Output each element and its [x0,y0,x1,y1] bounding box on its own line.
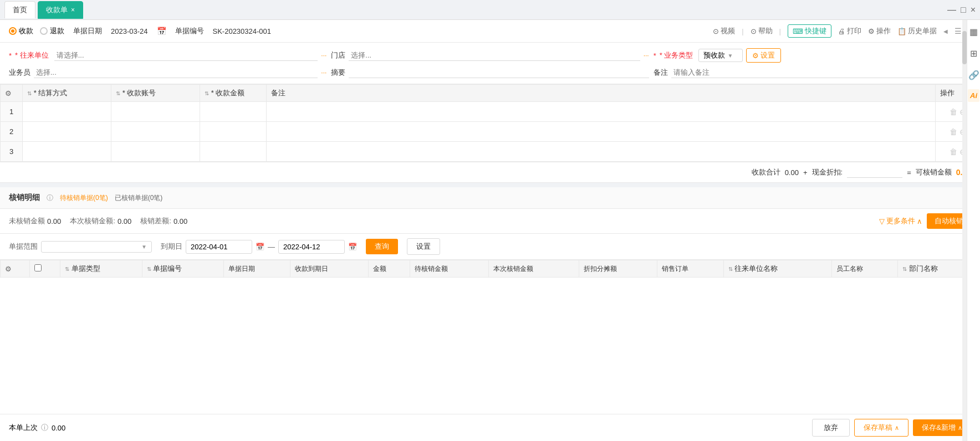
account-sort-icon[interactable]: ⇅ [116,90,120,96]
bottom-header-discount: 折扣分摊额 [579,260,657,278]
row-3-delete-icon[interactable]: 🗑 [950,147,957,156]
save-draft-button[interactable]: 保存草稿 ∧ [854,419,908,437]
select-all-checkbox[interactable] [34,264,42,271]
number-label: 单据编号 [175,26,204,36]
table-gear-icon[interactable]: ⚙ [5,89,12,98]
radio-receive-circle [9,27,17,35]
radio-receive[interactable]: 收款 [9,26,33,36]
radio-refund-label: 退款 [50,26,64,36]
settings-button[interactable]: ⚙ 设置 [746,48,781,63]
row-1-amount[interactable] [200,102,267,122]
panel-grid-icon[interactable]: ⊞ [968,46,979,61]
type-sort-icon[interactable]: ⇅ [65,266,69,272]
verify-tab-done[interactable]: 已核销单据(0笔) [115,193,163,203]
counterpart-sort-icon[interactable]: ⇅ [728,266,733,272]
row-2-delete-icon[interactable]: 🗑 [950,127,957,136]
bottom-header-type: ⇅ 单据类型 [60,260,142,278]
verify-tab-pending[interactable]: 待核销单据(0笔) [60,193,108,203]
last-order-value: 0.00 [52,424,65,432]
video-link[interactable]: ⊙ 视频 [713,26,735,36]
remark-input[interactable] [671,67,971,78]
date-to-input[interactable] [278,240,345,254]
minimize-icon[interactable]: — [947,5,956,15]
settle-sort-icon[interactable]: ⇅ [27,90,32,96]
maximize-icon[interactable]: □ [961,5,966,15]
store-more-icon[interactable]: ··· [644,52,649,59]
store-input[interactable] [349,50,640,61]
row-1-delete-icon[interactable]: 🗑 [950,107,957,116]
row-2-settle[interactable] [23,122,111,142]
row-1-settle[interactable] [23,102,111,122]
biz-type-required: * [654,52,656,60]
table-header-amount: ⇅ * 收款金额 [200,85,267,102]
row-3-account[interactable] [111,142,200,162]
counterpart-input[interactable] [54,50,318,61]
row-2-remark[interactable] [267,122,936,142]
staff-field: 业务员 ··· [9,67,326,78]
date-to-calendar-icon[interactable]: 📅 [348,243,357,251]
help-link[interactable]: ⊙ 帮助 [751,26,773,36]
query-button[interactable]: 查询 [366,239,398,254]
row-3-remark[interactable] [267,142,936,162]
number-sort-icon[interactable]: ⇅ [147,266,151,272]
biz-type-dropdown[interactable]: 预收款 ▼ [698,49,743,62]
verify-title: 核销明细 [9,193,40,203]
panel-ai-icon[interactable]: Ai [968,89,979,102]
print-link[interactable]: 🖨 打印 [838,26,861,36]
last-order-info-icon[interactable]: ⓘ [41,423,48,433]
window-close-icon[interactable]: × [971,5,976,15]
panel-table-icon[interactable]: ▦ [967,24,980,39]
operation-link[interactable]: ⚙ 操作 [868,26,891,36]
left-chevron-icon[interactable]: ◀ [943,28,948,34]
payment-type-group: 收款 退款 [9,26,64,36]
form-row-1: * * 往来单位 ··· 门店 ··· * * 业务类型 预收款 ▼ ⚙ 设置 [9,48,971,63]
tab-close-icon[interactable]: × [71,6,75,14]
row-3-amount[interactable] [200,142,267,162]
date-from-calendar-icon[interactable]: 📅 [256,243,264,251]
counterpart-more-icon[interactable]: ··· [321,52,326,59]
counterpart-field: * * 往来单位 ··· [9,50,326,61]
range-select[interactable]: ▼ [41,241,152,253]
verify-info-icon[interactable]: ⓘ [47,193,53,203]
staff-more-icon[interactable]: ··· [321,69,326,76]
staff-input[interactable] [34,67,318,78]
row-3-settle[interactable] [23,142,111,162]
shortcut-button[interactable]: ⌨ 快捷键 [788,24,831,38]
summary-input[interactable] [349,67,649,78]
more-filter-button[interactable]: ▽ 更多条件 ∧ [879,216,922,226]
panel-attach-icon[interactable]: 🔗 [966,68,981,83]
row-1-num: 1 [1,102,23,122]
calendar-icon[interactable]: 📅 [157,27,166,35]
bottom-gear-icon[interactable]: ⚙ [5,265,12,273]
verify-settings-button[interactable]: 设置 [407,238,440,255]
dept-sort-icon[interactable]: ⇅ [902,266,907,272]
radio-refund[interactable]: 退款 [40,26,64,36]
tab-active-label: 收款单 [46,5,68,15]
row-1-account[interactable] [111,102,200,122]
row-2-amount[interactable] [200,122,267,142]
row-2-account[interactable] [111,122,200,142]
discount-input[interactable] [847,167,902,178]
diff-stat: 核销差额: 0.00 [140,216,187,226]
bottom-table-container: ⚙ ⇅ 单据类型 ⇅ 单据编号 单据日期 [0,260,980,414]
save-draft-arrow-icon: ∧ [895,424,899,432]
verify-right: ▽ 更多条件 ∧ 自动核销 [879,213,971,229]
bottom-header-current: 本次核销金额 [488,260,579,278]
gear-icon: ⚙ [752,52,759,60]
date-from-input[interactable] [186,240,252,254]
bottom-header-counterpart: ⇅ 往来单位名称 [723,260,831,278]
range-field: 单据范围 ▼ [9,241,152,253]
last-order-label: 本单上次 [9,423,38,433]
amount-sort-icon[interactable]: ⇅ [205,90,209,96]
history-link[interactable]: 📋 历史单据 [897,26,937,36]
row-1-remark[interactable] [267,102,936,122]
abandon-button[interactable]: 放弃 [812,419,850,437]
diff-value: 0.00 [173,217,187,225]
tab-home[interactable]: 首页 [4,1,35,18]
table-row: 2 🗑 ⊕ [1,122,980,142]
due-date-label: 到期日 [161,242,182,252]
operation-icon: ⚙ [868,27,875,35]
date-range: 📅 — 📅 [186,240,357,254]
tab-active[interactable]: 收款单 × [38,1,83,19]
right-scrollbar[interactable] [962,20,967,441]
